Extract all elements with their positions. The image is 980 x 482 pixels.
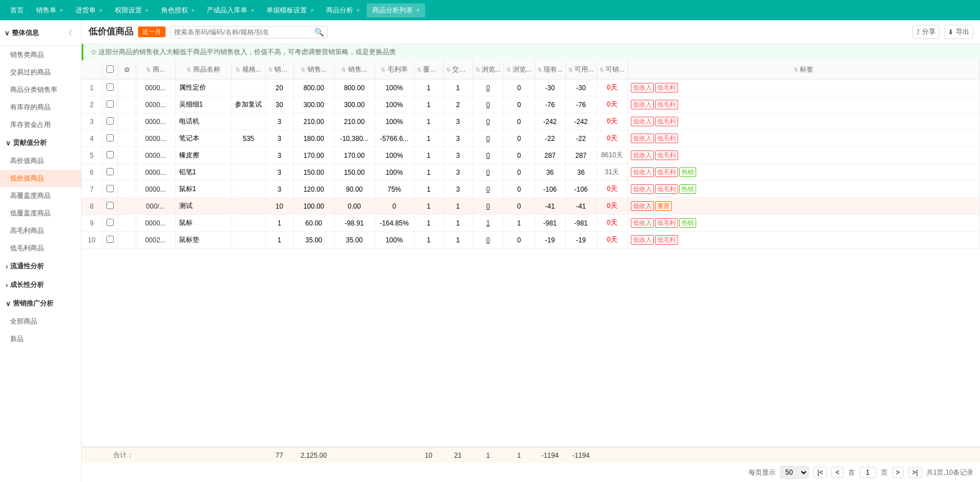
- nav-purchase[interactable]: 进货单 ×: [70, 3, 108, 17]
- sidebar-section-contribution[interactable]: ∨ 贡献值分析: [0, 134, 81, 152]
- row-tags: 低收入低毛利: [627, 232, 980, 249]
- nav-close-template[interactable]: ×: [310, 7, 314, 14]
- sidebar-item-traded-goods[interactable]: 交易过的商品: [0, 64, 81, 81]
- col-stock2[interactable]: ⇅ 可用...: [565, 60, 596, 79]
- sidebar-section-liquidity[interactable]: › 流通性分析: [0, 257, 81, 276]
- prev-page-btn[interactable]: <: [831, 467, 843, 478]
- row-browse1[interactable]: 0: [473, 79, 504, 96]
- row-checkbox[interactable]: [106, 185, 114, 192]
- row-checkbox[interactable]: [106, 202, 114, 209]
- row-check[interactable]: [102, 164, 118, 181]
- sidebar-section-growth[interactable]: › 成长性分析: [0, 276, 81, 294]
- row-browse1[interactable]: 0: [473, 113, 504, 130]
- page-input[interactable]: [859, 467, 876, 478]
- row-check[interactable]: [102, 96, 118, 113]
- row-checkbox[interactable]: [106, 100, 114, 108]
- col-stock1[interactable]: ⇅ 现有...: [534, 60, 565, 79]
- row-checkbox[interactable]: [106, 134, 114, 141]
- row-sale3: 800.00: [334, 79, 375, 96]
- row-check[interactable]: [102, 130, 118, 147]
- row-check[interactable]: [102, 215, 118, 232]
- row-check[interactable]: [102, 79, 118, 96]
- sidebar-item-capital[interactable]: 库存资金占用: [0, 116, 81, 134]
- sidebar-item-all-goods[interactable]: 全部商品: [0, 313, 81, 330]
- col-spec[interactable]: ⇅ 规格...: [231, 60, 265, 79]
- sidebar-item-low-coverage[interactable]: 低覆盖度商品: [0, 205, 81, 222]
- nav-close-roles[interactable]: ×: [191, 7, 195, 14]
- last-page-btn[interactable]: >|: [908, 467, 922, 478]
- row-browse1[interactable]: 0: [473, 232, 504, 249]
- check-all[interactable]: [106, 65, 114, 73]
- col-trade[interactable]: ⇅ 交易...: [443, 60, 473, 79]
- export-button[interactable]: ⬇ 导出: [944, 25, 973, 39]
- col-browse2[interactable]: ⇅ 浏览...: [504, 60, 534, 79]
- nav-close-purchase[interactable]: ×: [99, 7, 103, 14]
- nav-template[interactable]: 单据模板设置 ×: [261, 3, 319, 17]
- col-gear[interactable]: ⚙: [118, 60, 136, 79]
- col-browse1[interactable]: ⇅ 浏览...: [473, 60, 504, 79]
- col-sale2[interactable]: ⇅ 销售...: [293, 60, 334, 79]
- row-num: 9: [82, 215, 102, 232]
- row-check[interactable]: [102, 113, 118, 130]
- nav-close-analysis-list[interactable]: ×: [416, 7, 420, 14]
- row-browse1[interactable]: 0: [473, 147, 504, 164]
- col-name[interactable]: ⇅ 商品名称: [175, 60, 231, 79]
- sidebar-item-low-value[interactable]: 低价值商品: [0, 170, 81, 187]
- row-browse1[interactable]: 0: [473, 130, 504, 147]
- col-sell[interactable]: ⇅ 可销...: [596, 60, 627, 79]
- col-tag[interactable]: ⇅ 标签: [627, 60, 980, 79]
- nav-home[interactable]: 首页: [5, 3, 29, 17]
- sidebar-collapse-btn[interactable]: 《: [61, 24, 77, 42]
- sidebar-item-sales-goods[interactable]: 销售类商品: [0, 46, 81, 64]
- gear-icon[interactable]: ⚙: [124, 66, 130, 74]
- col-sale1[interactable]: ⇅ 销售...: [265, 60, 293, 79]
- nav-warehouse[interactable]: 产成品入库单 ×: [201, 3, 260, 17]
- time-tag[interactable]: 近一月: [138, 26, 166, 37]
- next-page-btn[interactable]: >: [892, 467, 904, 478]
- nav-close-permissions[interactable]: ×: [145, 7, 149, 14]
- col-margin[interactable]: ⇅ 毛利率: [375, 60, 414, 79]
- per-page-select[interactable]: 50 100 200: [780, 466, 809, 479]
- row-browse1[interactable]: 1: [473, 215, 504, 232]
- search-icon[interactable]: 🔍: [314, 28, 324, 37]
- totals-row: 合计： 77 2,125.00 10 21 1 1 -: [82, 448, 980, 463]
- sidebar-section-overall[interactable]: ∨ 整体信息: [5, 28, 39, 38]
- row-checkbox[interactable]: [106, 236, 114, 243]
- sidebar-item-high-coverage[interactable]: 高覆盖度商品: [0, 187, 81, 205]
- nav-permissions[interactable]: 权限设置 ×: [109, 3, 154, 17]
- sidebar-item-low-margin[interactable]: 低毛利商品: [0, 240, 81, 257]
- nav-analysis-list[interactable]: 商品分析列表 ×: [367, 3, 425, 17]
- row-checkbox[interactable]: [106, 117, 114, 125]
- sidebar-item-new-goods[interactable]: 新品: [0, 330, 81, 348]
- row-checkbox[interactable]: [106, 219, 114, 226]
- row-browse1[interactable]: 0: [473, 96, 504, 113]
- nav-close-analysis[interactable]: ×: [357, 7, 360, 14]
- nav-close-sales[interactable]: ×: [60, 7, 63, 14]
- sidebar-item-in-stock[interactable]: 有库存的商品: [0, 99, 81, 116]
- col-check[interactable]: [102, 60, 118, 79]
- sidebar-item-high-margin[interactable]: 高毛利商品: [0, 222, 81, 240]
- first-page-btn[interactable]: |<: [813, 467, 827, 478]
- nav-sales[interactable]: 销售单 ×: [30, 3, 69, 17]
- row-browse1[interactable]: 0: [473, 198, 504, 215]
- share-button[interactable]: ⤴ 分享: [912, 25, 939, 39]
- row-browse1[interactable]: 0: [473, 181, 504, 198]
- row-check[interactable]: [102, 198, 118, 215]
- col-cover[interactable]: ⇅ 覆盖...: [414, 60, 443, 79]
- col-sale3[interactable]: ⇅ 销售...: [334, 60, 375, 79]
- row-check[interactable]: [102, 181, 118, 198]
- nav-roles[interactable]: 角色授权 ×: [155, 3, 201, 17]
- row-browse1[interactable]: 0: [473, 164, 504, 181]
- nav-close-warehouse[interactable]: ×: [251, 7, 254, 14]
- row-checkbox[interactable]: [106, 151, 114, 158]
- row-check[interactable]: [102, 232, 118, 249]
- sidebar-section-marketing[interactable]: ∨ 营销推广分析: [0, 294, 81, 313]
- sidebar-item-category-rate[interactable]: 商品分类销售率: [0, 81, 81, 99]
- row-checkbox[interactable]: [106, 83, 114, 91]
- nav-analysis[interactable]: 商品分析 ×: [320, 3, 366, 17]
- search-input[interactable]: [174, 28, 312, 36]
- sidebar-item-high-value[interactable]: 高价值商品: [0, 152, 81, 170]
- row-check[interactable]: [102, 147, 118, 164]
- col-code[interactable]: ⇅ 商...: [136, 60, 175, 79]
- row-checkbox[interactable]: [106, 168, 114, 175]
